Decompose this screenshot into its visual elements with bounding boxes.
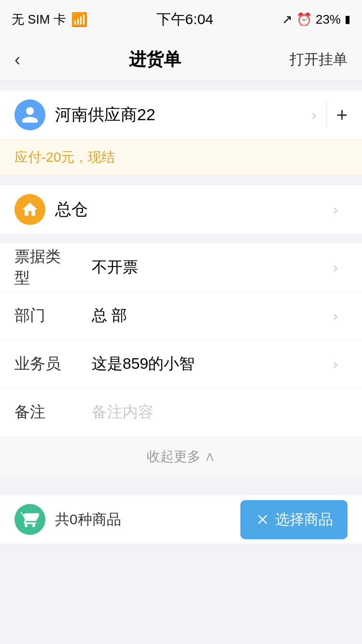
status-time: 下午6:04 [156,10,213,29]
status-right: ↗ ⏰ 23% ▮ [282,12,350,27]
cart-icon-wrap [14,504,45,535]
form-row-salesperson[interactable]: 业务员 这是859的小智 › [0,340,362,388]
divider [326,103,327,127]
wifi-icon: 📶 [71,12,88,28]
add-supplier-button[interactable]: + [336,104,348,126]
bottom-bar: 共0种商品 选择商品 [0,495,362,544]
location-icon: ↗ [282,12,292,27]
cart-icon [21,510,39,529]
collapse-row[interactable]: 收起更多 ∧ [0,437,362,476]
remark-input[interactable]: 备注内容 [92,402,348,423]
page-background [0,544,362,644]
person-icon [20,105,40,125]
salesperson-value: 这是859的小智 [92,353,333,375]
form-row-remark[interactable]: 备注 备注内容 [0,388,362,436]
carrier-label: 无 SIM 卡 [12,11,66,28]
notice-text: 应付-20元，现结 [14,150,115,165]
warehouse-name: 总仓 [55,198,333,221]
nav-bar: ‹ 进货单 打开挂单 [0,39,362,81]
salesperson-chevron-icon: › [333,356,338,372]
select-goods-button[interactable]: 选择商品 [240,500,348,539]
battery-label: 23% [316,12,341,27]
invoice-type-label: 票据类型 [14,246,72,289]
invoice-type-chevron-icon: › [333,259,338,276]
select-goods-label: 选择商品 [275,510,333,530]
department-label: 部门 [14,305,72,326]
collapse-label: 收起更多 ∧ [147,448,216,466]
form-row-department[interactable]: 部门 总 部 › [0,292,362,340]
warehouse-icon-wrap [14,194,45,225]
status-bar: 无 SIM 卡 📶 下午6:04 ↗ ⏰ 23% ▮ [0,0,362,39]
department-chevron-icon: › [333,308,338,324]
salesperson-label: 业务员 [14,353,72,375]
warehouse-chevron-icon: › [333,201,338,218]
supplier-name: 河南供应商22 [55,104,312,126]
open-hang-button[interactable]: 打开挂单 [290,50,348,70]
warehouse-icon [21,200,39,219]
goods-count-label: 共0种商品 [55,510,240,530]
form-section: 票据类型 不开票 › 部门 总 部 › 业务员 这是859的小智 › 备注 备注… [0,243,362,436]
page-title: 进货单 [129,48,181,71]
supplier-row[interactable]: 河南供应商22 › + [0,91,362,139]
form-row-invoice-type[interactable]: 票据类型 不开票 › [0,243,362,292]
select-goods-icon [255,512,270,527]
section-gap-2 [0,476,362,486]
section-gap-1 [0,81,362,91]
notice-banner: 应付-20元，现结 [0,139,362,176]
remark-label: 备注 [14,402,72,423]
alarm-icon: ⏰ [296,12,312,27]
warehouse-row[interactable]: 总仓 › [0,185,362,234]
invoice-type-value: 不开票 [92,257,333,278]
supplier-chevron-icon: › [312,107,317,123]
department-value: 总 部 [92,305,333,326]
status-left: 无 SIM 卡 📶 [12,11,88,28]
battery-icon: ▮ [345,13,350,26]
supplier-avatar [14,99,45,130]
back-button[interactable]: ‹ [14,50,20,70]
